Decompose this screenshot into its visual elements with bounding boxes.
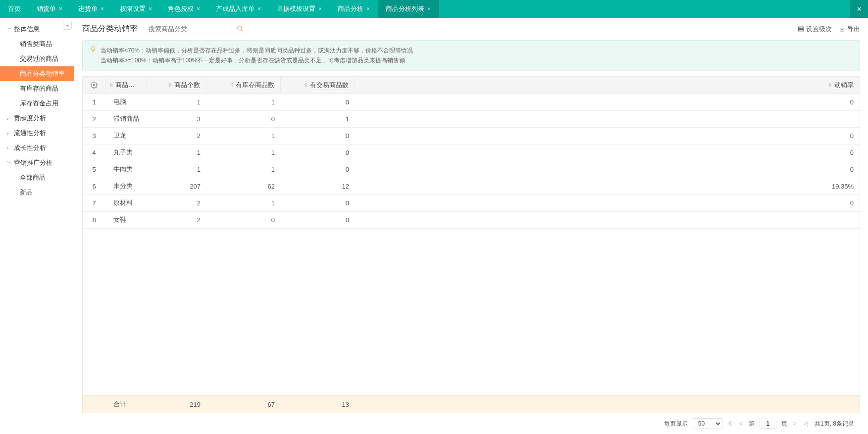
pager: 每页显示 50 K < 第 页 > >| 共1页, 8条记录 — [82, 413, 860, 434]
sidebar-item-0-2[interactable]: 商品分类动销率 — [0, 66, 74, 81]
sort-icon: ⇅ — [168, 83, 172, 88]
col-header-name[interactable]: ⇅商品… — [105, 77, 147, 94]
cell-count: 1 — [147, 98, 206, 106]
pager-page-prefix: 第 — [749, 420, 755, 428]
pager-next-button[interactable]: > — [792, 420, 798, 427]
tab-3[interactable]: 权限设置× — [112, 0, 160, 18]
col-header-trade[interactable]: ⇅有交易商品数 — [281, 77, 355, 94]
sidebar-item-0-0[interactable]: 销售类商品 — [0, 37, 74, 51]
sidebar-group-1[interactable]: ›贡献度分析 — [0, 111, 74, 126]
tab-label: 单据模板设置 — [277, 4, 315, 13]
sidebar-group-label: 营销推广分析 — [14, 158, 52, 167]
search-icon[interactable] — [237, 25, 244, 32]
pager-page-input[interactable] — [760, 419, 776, 429]
svg-line-1 — [241, 30, 243, 32]
main-header: 商品分类动销率 设置级次 导出 — [82, 24, 860, 34]
cell-idx: 2 — [83, 115, 105, 123]
table-row[interactable]: 7原材料2100 — [83, 195, 860, 212]
sidebar-group-2[interactable]: ›流通性分析 — [0, 126, 74, 141]
close-icon[interactable]: × — [257, 5, 261, 12]
table-header: ⇅商品… ⇅商品个数 ⇅有库存商品数 ⇅有交易商品数 ⇅动销率 — [82, 76, 860, 94]
cell-stock: 0 — [206, 115, 281, 123]
cell-trade: 1 — [281, 115, 355, 123]
cell-stock: 1 — [206, 132, 281, 140]
tab-label: 权限设置 — [120, 4, 146, 13]
tab-8[interactable]: 商品分析列表× — [378, 0, 439, 18]
table-settings-header[interactable] — [83, 77, 105, 94]
table-total-row: 合计: 219 67 13 — [82, 395, 860, 413]
tab-2[interactable]: 进货单× — [70, 0, 112, 18]
table-row[interactable]: 3卫龙2100 — [83, 128, 860, 145]
cell-name: 牛肉类 — [105, 165, 147, 174]
pager-summary: 共1页, 8条记录 — [815, 420, 854, 428]
set-level-label: 设置级次 — [806, 25, 832, 34]
sidebar-item-0-1[interactable]: 交易过的商品 — [0, 51, 74, 66]
tab-6[interactable]: 单据模板设置× — [269, 0, 330, 18]
pager-prev-button[interactable]: < — [738, 420, 744, 427]
cell-idx: 7 — [83, 199, 105, 207]
sidebar-group-4[interactable]: ﹀营销推广分析 — [0, 155, 74, 170]
close-icon[interactable]: × — [318, 5, 322, 12]
col-header-count[interactable]: ⇅商品个数 — [147, 77, 206, 94]
sidebar-item-0-3[interactable]: 有库存的商品 — [0, 81, 74, 96]
sort-icon: ⇅ — [230, 83, 234, 88]
bulb-icon — [90, 46, 97, 66]
total-trade: 13 — [281, 401, 355, 408]
sidebar-item-4-1[interactable]: 新品 — [0, 185, 74, 200]
cell-trade: 0 — [281, 98, 355, 106]
cell-name: 女鞋 — [105, 215, 147, 224]
close-icon[interactable]: × — [59, 5, 62, 12]
set-level-button[interactable]: 设置级次 — [798, 25, 832, 34]
tab-0[interactable]: 首页 — [0, 0, 29, 18]
per-page-select[interactable]: 50 — [693, 418, 722, 429]
search-box[interactable] — [147, 24, 246, 34]
sidebar-collapse-button[interactable]: « — [63, 21, 72, 30]
close-icon[interactable]: × — [197, 5, 200, 12]
close-icon[interactable]: × — [101, 5, 104, 12]
close-icon[interactable]: × — [149, 5, 152, 12]
tab-label: 产成品入库单 — [216, 4, 255, 13]
search-input[interactable] — [149, 25, 237, 33]
svg-rect-4 — [799, 30, 804, 31]
sidebar-group-3[interactable]: ›成长性分析 — [0, 141, 74, 155]
export-button[interactable]: 导出 — [839, 25, 860, 34]
pager-last-button[interactable]: >| — [803, 420, 810, 427]
table-row[interactable]: 6未分类207621219.35% — [83, 178, 860, 195]
tab-label: 角色授权 — [168, 4, 194, 13]
cell-count: 1 — [147, 149, 206, 156]
sidebar-item-4-0[interactable]: 全部商品 — [0, 170, 74, 185]
sidebar-group-label: 整体信息 — [14, 25, 40, 34]
table-row[interactable]: 5牛肉类1100 — [83, 161, 860, 178]
tab-label: 商品分析 — [338, 4, 363, 13]
close-icon[interactable]: × — [366, 5, 370, 12]
col-header-rate[interactable]: ⇅动销率 — [355, 77, 860, 94]
cell-trade: 0 — [281, 199, 355, 207]
col-header-stock[interactable]: ⇅有库存商品数 — [206, 77, 281, 94]
tab-4[interactable]: 角色授权× — [160, 0, 208, 18]
pager-first-button[interactable]: K — [727, 420, 733, 427]
tab-7[interactable]: 商品分析× — [330, 0, 378, 18]
tab-5[interactable]: 产成品入库单× — [208, 0, 269, 18]
list-icon — [798, 26, 804, 32]
tip-line-1: 当动销率<70%：动销率偏低，分析是否存在品种过多，特别是同质同类品种过多，或淘… — [101, 46, 413, 55]
cell-idx: 1 — [83, 98, 105, 106]
cell-count: 1 — [147, 166, 206, 173]
tab-1[interactable]: 销货单× — [29, 0, 70, 18]
cell-stock: 1 — [206, 149, 281, 156]
close-icon[interactable]: × — [427, 5, 431, 12]
tab-label: 首页 — [8, 4, 21, 13]
table-row[interactable]: 1电脑1100 — [83, 94, 860, 111]
svg-rect-2 — [799, 27, 804, 28]
cell-count: 2 — [147, 216, 206, 224]
total-label: 合计: — [105, 400, 147, 409]
svg-rect-3 — [799, 28, 804, 29]
chevron-down-icon: ﹀ — [7, 26, 12, 33]
sidebar-item-0-4[interactable]: 库存资金占用 — [0, 96, 74, 111]
chevron-right-icon: › — [7, 116, 12, 121]
cell-name: 卫龙 — [105, 131, 147, 140]
table-row[interactable]: 8女鞋200 — [83, 212, 860, 229]
close-all-tabs-button[interactable]: ✕ — [850, 0, 868, 18]
cell-stock: 1 — [206, 166, 281, 173]
table-row[interactable]: 2滞销商品301 — [83, 111, 860, 128]
table-row[interactable]: 4丸子类1100 — [83, 145, 860, 161]
